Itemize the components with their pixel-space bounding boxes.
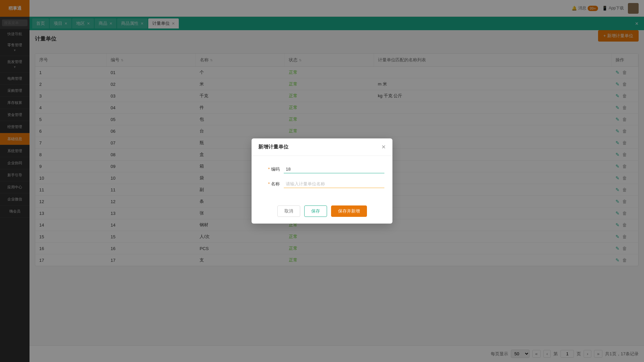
name-input[interactable] (284, 180, 384, 188)
modal-body: * 编码 * 名称 (252, 156, 392, 201)
modal-header: 新增计量单位 ✕ (252, 138, 392, 156)
save-button[interactable]: 保存 (304, 205, 327, 217)
name-required-mark: * (268, 181, 270, 186)
modal-footer: 取消 保存 保存并新增 (252, 201, 392, 224)
code-input[interactable] (284, 165, 384, 173)
modal-close-icon[interactable]: ✕ (381, 144, 386, 150)
modal-overlay: 新增计量单位 ✕ * 编码 * 名称 取消 保存 保存并新增 (0, 0, 644, 362)
name-form-row: * 名称 (260, 180, 384, 188)
cancel-button[interactable]: 取消 (277, 205, 300, 217)
code-form-row: * 编码 (260, 165, 384, 173)
save-and-new-button[interactable]: 保存并新增 (331, 205, 367, 217)
code-required-mark: * (268, 167, 270, 172)
add-unit-modal: 新增计量单位 ✕ * 编码 * 名称 取消 保存 保存并新增 (252, 138, 392, 224)
name-label: * 名称 (260, 181, 280, 187)
code-label: * 编码 (260, 166, 280, 172)
modal-title: 新增计量单位 (258, 144, 288, 150)
